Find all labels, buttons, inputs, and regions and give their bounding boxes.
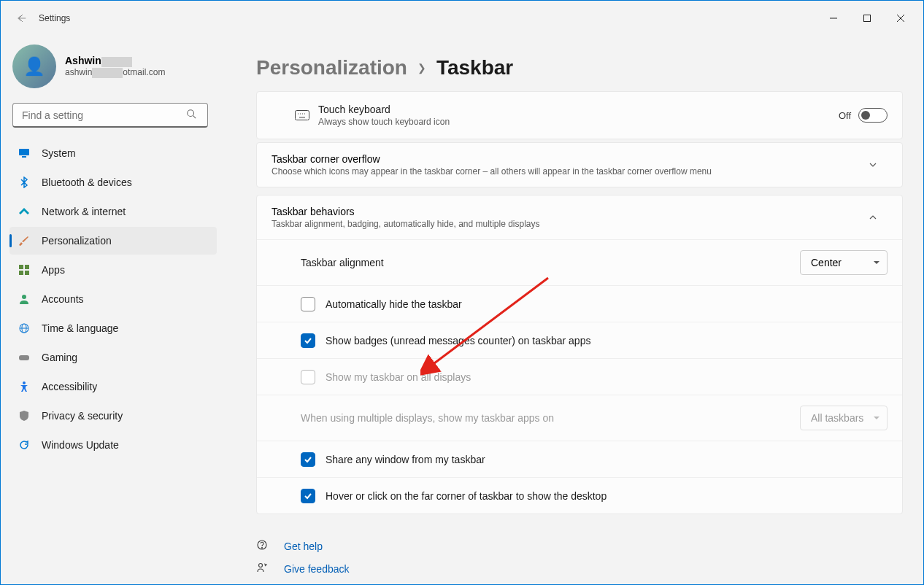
close-button[interactable] — [884, 7, 917, 30]
user-profile[interactable]: 👤 Ashwin ashwinotmail.com — [12, 44, 217, 88]
help-icon — [256, 539, 271, 553]
feedback-icon — [256, 562, 271, 576]
behaviors-header[interactable]: Taskbar behaviors Taskbar alignment, bad… — [257, 195, 902, 239]
monitor-icon — [18, 147, 30, 159]
give-feedback-link[interactable]: Give feedback — [256, 557, 903, 580]
nav-item-accounts[interactable]: Accounts — [9, 285, 217, 313]
keyboard-icon — [286, 110, 318, 120]
svg-rect-11 — [25, 271, 29, 275]
svg-rect-16 — [19, 355, 29, 360]
search-icon — [186, 109, 196, 122]
person-icon — [18, 293, 30, 305]
avatar: 👤 — [12, 44, 56, 88]
globe-icon — [18, 322, 30, 334]
user-name: Ashwin — [65, 55, 165, 66]
touch-keyboard-card: Touch keyboard Always show touch keyboar… — [256, 91, 903, 139]
svg-point-17 — [23, 381, 26, 384]
svg-rect-1 — [864, 15, 871, 22]
auto-hide-checkbox[interactable] — [301, 297, 315, 311]
hover-corner-row[interactable]: Hover or click on the far corner of task… — [257, 477, 902, 514]
share-window-row[interactable]: Share any window from my taskbar — [257, 441, 902, 477]
behaviors-sub: Taskbar alignment, badging, automaticall… — [272, 219, 858, 229]
share-window-label: Share any window from my taskbar — [326, 454, 888, 465]
svg-rect-10 — [19, 271, 23, 275]
get-help-link[interactable]: Get help — [256, 535, 903, 557]
all-displays-label: Show my taskbar on all displays — [326, 371, 888, 383]
overflow-title: Taskbar corner overflow — [272, 153, 858, 165]
svg-rect-18 — [296, 111, 309, 120]
badges-row[interactable]: Show badges (unread messages counter) on… — [257, 322, 902, 358]
update-icon — [18, 439, 30, 451]
svg-point-4 — [188, 110, 194, 117]
svg-line-5 — [193, 116, 196, 119]
nav-item-time-language[interactable]: Time & language — [9, 314, 217, 342]
overflow-sub: Choose which icons may appear in the tas… — [272, 166, 858, 177]
wifi-icon — [18, 206, 30, 217]
nav-item-bluetooth-devices[interactable]: Bluetooth & devices — [9, 168, 217, 196]
alignment-row: Taskbar alignment Center — [257, 239, 902, 285]
minimize-button[interactable] — [817, 7, 850, 30]
multi-apps-dropdown: All taskbars — [800, 406, 888, 430]
badges-checkbox[interactable] — [301, 333, 315, 348]
bluetooth-icon — [18, 177, 30, 188]
maximize-button[interactable] — [850, 7, 884, 30]
breadcrumb: Personalization ❯ Taskbar — [256, 56, 903, 80]
nav-item-privacy-security[interactable]: Privacy & security — [9, 402, 217, 430]
share-window-checkbox[interactable] — [301, 452, 315, 467]
nav-item-apps[interactable]: Apps — [9, 256, 217, 284]
auto-hide-row[interactable]: Automatically hide the taskbar — [257, 285, 902, 322]
taskbar-behaviors-card: Taskbar behaviors Taskbar alignment, bad… — [256, 195, 903, 514]
game-icon — [18, 352, 30, 363]
access-icon — [18, 381, 30, 392]
nav-item-personalization[interactable]: Personalization — [9, 227, 217, 255]
behaviors-title: Taskbar behaviors — [272, 206, 858, 217]
svg-rect-9 — [25, 265, 29, 269]
multi-displays-apps-row: When using multiple displays, show my ta… — [257, 395, 902, 441]
nav-item-windows-update[interactable]: Windows Update — [9, 431, 217, 459]
window-title: Settings — [39, 13, 70, 23]
chevron-up-icon — [858, 206, 888, 229]
svg-rect-8 — [19, 265, 23, 269]
nav-item-network-internet[interactable]: Network & internet — [9, 198, 217, 225]
touch-keyboard-title: Touch keyboard — [318, 104, 839, 115]
auto-hide-label: Automatically hide the taskbar — [326, 298, 888, 310]
back-button[interactable] — [7, 4, 36, 33]
search-input[interactable] — [12, 103, 208, 128]
svg-point-25 — [262, 548, 263, 549]
chevron-down-icon — [858, 153, 888, 177]
breadcrumb-current: Taskbar — [436, 56, 513, 80]
hover-corner-checkbox[interactable] — [301, 489, 315, 503]
search-box[interactable] — [12, 103, 214, 128]
alignment-dropdown[interactable]: Center — [800, 250, 888, 275]
svg-rect-7 — [22, 156, 26, 158]
svg-point-12 — [22, 295, 26, 299]
touch-keyboard-sub: Always show touch keyboard icon — [318, 117, 839, 127]
all-displays-checkbox — [301, 370, 315, 384]
chevron-right-icon: ❯ — [417, 62, 426, 74]
hover-corner-label: Hover or click on the far corner of task… — [326, 490, 888, 502]
multi-apps-label: When using multiple displays, show my ta… — [301, 412, 790, 424]
shield-icon — [18, 410, 30, 422]
nav-item-gaming[interactable]: Gaming — [9, 344, 217, 371]
svg-rect-6 — [19, 149, 29, 155]
nav-item-accessibility[interactable]: Accessibility — [9, 373, 217, 400]
alignment-label: Taskbar alignment — [301, 257, 790, 268]
svg-point-26 — [259, 564, 263, 567]
toggle-state-label: Off — [839, 110, 851, 121]
apps-icon — [18, 264, 30, 276]
touch-keyboard-toggle[interactable] — [858, 108, 888, 123]
all-displays-row: Show my taskbar on all displays — [257, 358, 902, 395]
user-email: ashwinotmail.com — [65, 67, 165, 78]
nav-item-system[interactable]: System — [9, 139, 217, 167]
brush-icon — [18, 235, 30, 247]
breadcrumb-parent[interactable]: Personalization — [256, 56, 407, 80]
badges-label: Show badges (unread messages counter) on… — [326, 335, 888, 346]
corner-overflow-card[interactable]: Taskbar corner overflow Choose which ico… — [256, 142, 903, 187]
